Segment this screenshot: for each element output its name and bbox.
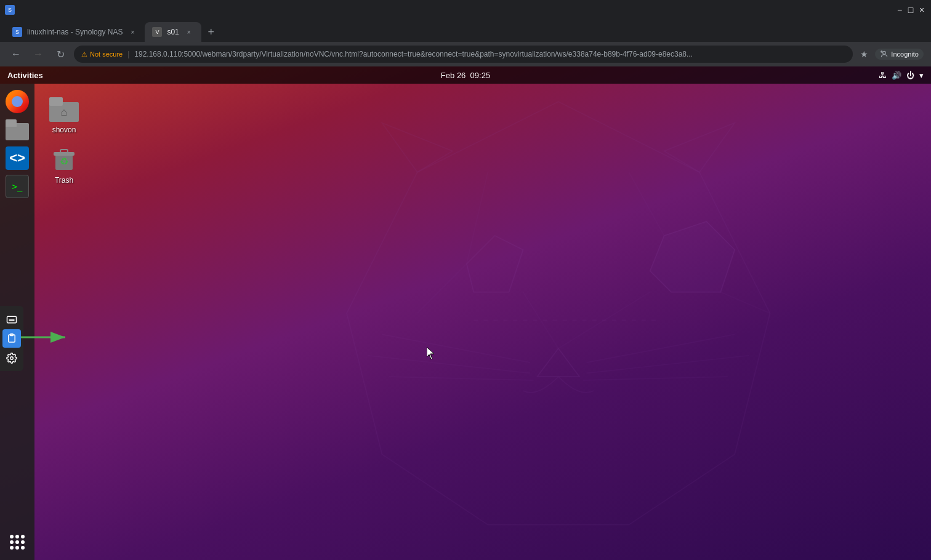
network-icon[interactable]: 🖧 [879,71,887,80]
vnc-area: Activities Feb 26 09:25 🖧 🔊 ⏻ ▾ [0,66,931,560]
dock-item-vscode[interactable]: <> [4,145,30,171]
address-field[interactable]: ⚠ Not secure | 192.168.0.110:5000/webman… [74,46,853,63]
topbar-clock[interactable]: Feb 26 09:25 [441,71,490,80]
svg-line-14 [583,377,728,380]
svg-line-9 [382,334,531,362]
desktop-icons: ⌂ shovon [42,91,86,187]
apps-grid-button[interactable] [4,529,30,555]
tab-favicon-s01: V [152,27,162,37]
svg-point-0 [883,51,886,54]
dock-item-files[interactable] [4,117,30,143]
topbar-right: 🖧 🔊 ⏻ ▾ [879,71,924,80]
svg-line-17 [417,264,467,313]
new-tab-button[interactable]: + [201,22,221,42]
volume-icon[interactable]: 🔊 [892,71,901,80]
svg-text:⌂: ⌂ [61,106,68,118]
firefox-icon [6,90,29,113]
novnc-sidebar [0,306,23,371]
security-warning: ⚠ Not secure [81,50,123,58]
svg-point-37 [10,357,14,360]
desktop-icon-shovon[interactable]: ⌂ shovon [42,91,86,137]
svg-rect-23 [49,97,63,106]
trash-icon: ♻ [49,144,79,174]
tab-close-synology[interactable]: × [127,27,137,37]
bookmark-icon[interactable]: ★ [858,48,870,60]
back-button[interactable]: ← [7,46,25,63]
incognito-icon [880,50,889,58]
files-icon [6,119,29,140]
svg-text:♻: ♻ [60,156,68,167]
window-controls: − □ × [895,6,926,14]
svg-line-18 [721,292,770,313]
gnome-topbar: Activities Feb 26 09:25 🖧 🔊 ⏻ ▾ [0,66,931,84]
novnc-keyboard-button[interactable] [2,310,21,328]
title-bar: S − □ × [0,0,931,20]
svg-marker-3 [347,102,770,524]
novnc-clipboard-button[interactable] [2,329,21,348]
address-bar: ← → ↻ ⚠ Not secure | 192.168.0.110:5000/… [0,42,931,66]
svg-marker-7 [664,123,735,172]
title-bar-left: S [5,5,15,15]
svg-rect-27 [60,150,68,153]
firefox-globe [12,96,23,107]
activities-button[interactable]: Activities [7,71,43,80]
security-text: Not secure [90,50,123,58]
tab-label-synology: linuxhint-nas - Synology NAS [27,28,123,36]
ubuntu-desktop[interactable]: Activities Feb 26 09:25 🖧 🔊 ⏻ ▾ [0,66,931,560]
svg-line-15 [467,172,488,264]
tab-close-s01[interactable]: × [184,27,194,37]
browser-window: S − □ × S linuxhint-nas - Synology NAS ×… [0,0,931,560]
reload-button[interactable]: ↻ [52,46,69,63]
svg-line-11 [389,377,534,380]
cat-background [186,66,931,560]
dock-item-terminal[interactable]: >_ [4,174,30,199]
tab-label-s01: s01 [167,28,179,36]
tab-synology[interactable]: S linuxhint-nas - Synology NAS × [5,22,145,42]
svg-line-12 [587,334,735,362]
address-actions: ★ Incognito [858,48,924,60]
desktop-icon-trash[interactable]: ♻ Trash [42,142,86,187]
system-menu-icon[interactable]: ▾ [919,71,924,80]
terminal-icon: >_ [6,175,29,198]
home-folder-icon: ⌂ [49,94,79,123]
tab-favicon-synology: S [12,27,22,37]
desktop-icon-trash-label: Trash [55,176,73,185]
power-icon[interactable]: ⏻ [906,71,914,80]
close-button[interactable]: × [917,6,926,14]
url-text: 192.168.0.110:5000/webman/3rdparty/Virtu… [134,50,693,58]
warning-icon: ⚠ [81,50,87,58]
forward-button[interactable]: → [30,46,47,63]
incognito-badge: Incognito [875,49,924,60]
svg-marker-6 [382,123,453,172]
svg-line-16 [629,172,664,236]
incognito-label: Incognito [891,50,919,58]
minimize-button[interactable]: − [895,6,904,14]
svg-marker-8 [538,348,580,377]
topbar-time: 09:25 [470,71,491,80]
tab-s01[interactable]: V s01 × [145,22,201,42]
vscode-icon: <> [6,146,29,170]
desktop-icon-shovon-label: shovon [52,126,76,134]
dock-item-firefox[interactable] [4,89,30,114]
topbar-date: Feb 26 [441,71,465,80]
apps-grid-icon [10,535,25,550]
svg-marker-4 [467,236,523,292]
novnc-panel [0,306,23,371]
tab-bar: S linuxhint-nas - Synology NAS × V s01 ×… [0,20,931,42]
dsm-favicon: S [5,5,15,15]
novnc-settings-button[interactable] [2,349,21,367]
maximize-button[interactable]: □ [906,6,915,14]
